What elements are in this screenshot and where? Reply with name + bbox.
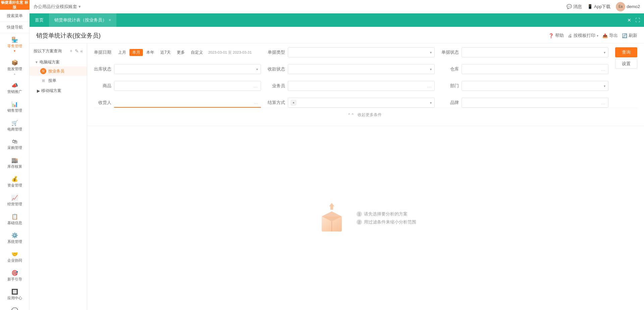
topbar: 办公用品行业模拟账套 ▾ 💬 消息 📱 App下载 Ea demo2	[30, 0, 644, 13]
help-icon: ❓	[548, 33, 554, 38]
dept-select[interactable]: ▾	[462, 81, 608, 91]
filter-goods: 商品 …	[94, 81, 261, 91]
print-button[interactable]: 🖨 按模板打印 ▾	[568, 33, 598, 39]
basic-label: 基础信息	[7, 220, 22, 225]
right-panel: 单据日期 上月 本月 本年 近7天 更多 自定义	[87, 43, 644, 310]
tab-home[interactable]: 首页	[30, 13, 49, 27]
tab-current[interactable]: 销货单统计表（按业务员） ×	[49, 13, 116, 27]
breadcrumb: 办公用品行业模拟账套 ▾	[34, 4, 564, 10]
wholesale-icon: 📦	[11, 59, 18, 66]
date-tab-more[interactable]: 更多	[174, 49, 187, 56]
export-button[interactable]: 📤 导出	[602, 33, 618, 39]
system-label: 系统管理	[7, 239, 22, 244]
date-tab-thisyear[interactable]: 本年	[144, 49, 157, 56]
sidebar-item-operations[interactable]: 📈 经营管理	[0, 191, 29, 210]
refresh-button[interactable]: 🔄 刷新	[622, 33, 637, 39]
payment-select[interactable]: × ▾	[288, 98, 435, 108]
tab-expand-icon[interactable]: ⛶	[634, 17, 641, 23]
order-scheme-icon: ⊞	[40, 78, 46, 84]
breadcrumb-dropdown-icon[interactable]: ▾	[78, 4, 81, 9]
date-tab-thismonth[interactable]: 本月	[129, 49, 143, 56]
sidebar-item-finance[interactable]: 💰 资金管理	[0, 172, 29, 191]
mobile-section-header[interactable]: ▶ 移动端方案	[30, 87, 87, 95]
sidebar-item-marketing[interactable]: 📣 营销推广	[0, 79, 29, 98]
finance-label: 资金管理	[7, 183, 22, 188]
sidebar-item-wechat[interactable]: 💬 企业微信	[0, 304, 29, 310]
message-action[interactable]: 💬 消息	[567, 4, 582, 10]
sidebar-item-system[interactable]: ⚙️ 系统管理	[0, 229, 29, 248]
brand-label: 品牌	[441, 100, 462, 106]
date-tab-7days[interactable]: 近7天	[158, 49, 173, 56]
date-tab-lastmonth[interactable]: 上月	[115, 49, 129, 56]
doctype-select[interactable]: ▾	[288, 47, 435, 57]
sidebar-item-enterprise[interactable]: 🤝 企业协同	[0, 248, 29, 266]
desktop-section-header[interactable]: ▼ 电脑端方案	[30, 58, 87, 66]
avatar: Ea	[616, 2, 625, 11]
scheme-by-staff[interactable]: 按 按业务员	[30, 66, 87, 76]
sidebar-item-inventory[interactable]: 🏬 库存核算	[0, 154, 29, 172]
sidebar-item-wholesale[interactable]: 📦 批发管理 ▲	[0, 56, 29, 79]
staff-more-icon[interactable]: …	[427, 83, 432, 89]
basic-icon: 📋	[11, 213, 18, 220]
payment-arrow-icon: ▾	[430, 101, 432, 105]
search-menu-item[interactable]: 搜索菜单	[0, 10, 29, 22]
ecommerce-label: 电商管理	[7, 127, 22, 132]
receiptstatus-select[interactable]: ▾	[288, 64, 435, 74]
sidebar-item-appcenter[interactable]: 🔲 应用中心	[0, 285, 29, 304]
desktop-arrow-icon: ▼	[35, 60, 38, 64]
sidebar-item-retail[interactable]: 🏪 零售管理 ▼	[0, 33, 29, 56]
tab-close-icon[interactable]: ✕	[626, 17, 633, 23]
tab-current-label: 销货单统计表（按业务员）	[54, 17, 107, 23]
empty-tip-1: 1 请先选择要分析的方案	[357, 211, 416, 217]
operations-label: 经营管理	[7, 202, 22, 207]
filter-docstatus: 单据状态 ▾	[441, 47, 608, 57]
tab-close-button[interactable]: ×	[109, 18, 111, 22]
desktop-section-label: 电脑端方案	[40, 59, 60, 65]
staff-select[interactable]: …	[288, 81, 435, 91]
sidebar-item-ecommerce[interactable]: 🛒 电商管理	[0, 116, 29, 135]
purchase-icon: 🛍	[12, 139, 17, 145]
settings-button[interactable]: 设置	[615, 59, 637, 69]
date-tabs: 上月 本月 本年 近7天 更多 自定义	[115, 49, 206, 56]
goods-more-icon[interactable]: …	[253, 83, 258, 89]
goods-select[interactable]: …	[114, 81, 261, 91]
filter-staff: 业务员 …	[268, 81, 435, 91]
docstatus-select[interactable]: ▾	[462, 47, 608, 57]
quick-nav-item[interactable]: 快捷导航	[0, 22, 29, 33]
sidebar-item-basic[interactable]: 📋 基础信息	[0, 210, 29, 229]
brand-more-icon[interactable]: …	[601, 100, 605, 105]
enterprise-icon: 🤝	[11, 251, 18, 257]
help-button[interactable]: ❓ 帮助	[548, 33, 564, 39]
sidebar-item-purchase[interactable]: 🛍 采购管理	[0, 135, 29, 154]
tabbar: 首页 销货单统计表（按业务员） × ✕ ⛶	[30, 13, 644, 27]
payment-tag-x[interactable]: ×	[292, 101, 294, 105]
user-action[interactable]: Ea demo2	[616, 2, 640, 11]
date-tab-custom[interactable]: 自定义	[188, 49, 206, 56]
warehouse-select[interactable]: …	[462, 64, 608, 74]
outstatus-arrow-icon: ▾	[256, 67, 258, 71]
sales-icon: 📊	[11, 101, 18, 107]
receiver-select[interactable]: …	[114, 98, 261, 108]
collapse-panel-button[interactable]: «	[80, 48, 83, 54]
outstatus-select[interactable]: ▾	[114, 64, 261, 74]
staff-label: 业务员	[268, 83, 288, 89]
collapse-button[interactable]: 收起更多条件	[356, 110, 384, 120]
receiver-more-icon[interactable]: …	[254, 100, 258, 105]
filter-receiptstatus: 收款状态 ▾	[268, 64, 435, 74]
sidebar-item-sales[interactable]: 📊 销售管理	[0, 98, 29, 116]
brand-select[interactable]: …	[462, 98, 608, 108]
sidebar-item-newuser[interactable]: 🎯 新手引导	[0, 266, 29, 285]
empty-svg	[315, 201, 348, 235]
wholesale-arrow: ▲	[13, 72, 16, 75]
empty-inner: 1 请先选择要分析的方案 2 用过滤条件来缩小分析范围	[315, 201, 416, 235]
print-icon: 🖨	[568, 33, 572, 38]
edit-scheme-button[interactable]: ✎	[75, 48, 79, 54]
download-action[interactable]: 📱 App下载	[587, 4, 610, 10]
receiver-label: 收货人	[94, 100, 114, 106]
tip-text-2: 用过滤条件来缩小分析范围	[364, 219, 416, 225]
export-label: 导出	[609, 33, 618, 39]
query-button[interactable]: 查询	[615, 47, 637, 57]
scheme-by-order[interactable]: ⊞ 按单	[30, 76, 87, 85]
add-scheme-button[interactable]: ＋	[69, 48, 73, 54]
warehouse-more-icon[interactable]: …	[601, 66, 605, 72]
